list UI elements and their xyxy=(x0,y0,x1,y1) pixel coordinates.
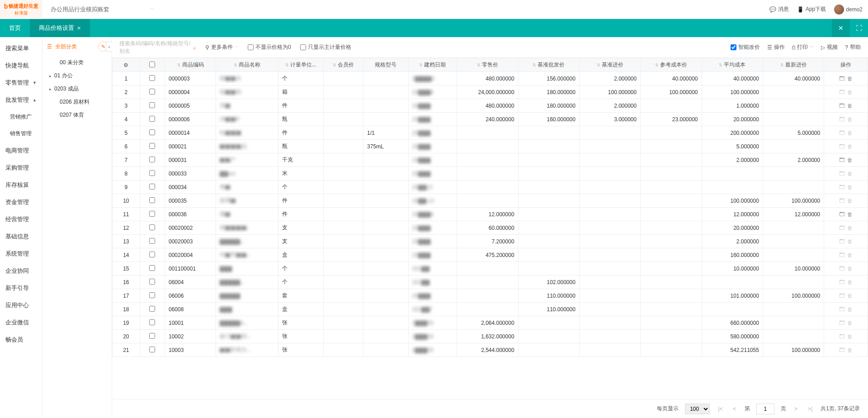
cell-ref-cost[interactable] xyxy=(641,194,702,208)
first-page-button[interactable]: |< xyxy=(716,405,725,412)
column-ws-base[interactable]: ⇅基准批发价 xyxy=(518,58,579,72)
close-icon[interactable]: ✕ xyxy=(77,25,81,31)
tab-home[interactable]: 首页 xyxy=(0,19,30,37)
nav-wholesale[interactable]: 批发管理▲ xyxy=(0,91,42,109)
nav-operate[interactable]: 经营管理 xyxy=(0,211,42,228)
cell-ref-cost[interactable] xyxy=(641,262,702,276)
cell-ws-base[interactable]: 156.000000 xyxy=(518,72,579,86)
tree-node-0206[interactable]: 0206 原材料 xyxy=(46,95,108,109)
column-date[interactable]: ⇅建档日期 xyxy=(408,58,457,72)
collapse-tree-button[interactable]: « xyxy=(106,42,112,52)
row-checkbox[interactable] xyxy=(140,276,165,289)
row-checkbox[interactable] xyxy=(140,235,165,248)
delete-row-icon[interactable]: 🗑 xyxy=(847,211,853,218)
cell-pur-base[interactable] xyxy=(579,330,640,343)
cell-ref-cost[interactable] xyxy=(641,167,702,180)
row-checkbox[interactable] xyxy=(140,153,165,167)
cell-retail[interactable]: 1,632.000000 xyxy=(457,330,518,343)
cell-ws-base[interactable] xyxy=(518,235,579,248)
cell-pur-base[interactable]: 2.000000 xyxy=(579,99,640,113)
cell-pur-base[interactable] xyxy=(579,208,640,221)
tab-close-all[interactable]: ✕ xyxy=(832,19,850,37)
cell-ws-base[interactable] xyxy=(518,167,579,180)
save-row-icon[interactable]: 🗔 xyxy=(839,252,844,258)
nav-wholesale-marketing[interactable]: 营销推广 xyxy=(0,109,42,125)
cell-ws-base[interactable] xyxy=(518,343,579,357)
column-member[interactable]: ⇅会员价 xyxy=(323,58,363,72)
save-row-icon[interactable]: 🗔 xyxy=(839,184,844,190)
column-pur-base[interactable]: ⇅基准进价 xyxy=(579,58,640,72)
cell-retail[interactable]: 2,064.000000 xyxy=(457,316,518,330)
nav-basic[interactable]: 基础信息 xyxy=(0,228,42,245)
help-button[interactable]: ?帮助 xyxy=(845,43,861,51)
page-input[interactable] xyxy=(756,404,774,414)
cell-ws-base[interactable] xyxy=(518,180,579,194)
nav-appcenter[interactable]: 应用中心 xyxy=(0,297,42,314)
cell-retail[interactable] xyxy=(457,276,518,289)
delete-row-icon[interactable]: 🗑 xyxy=(847,320,853,326)
search-input[interactable]: 搜索条码/编码/名称/规格型号/别名 ⌕ xyxy=(119,40,196,55)
cell-pur-base[interactable]: 2.000000 xyxy=(579,72,640,86)
user-menu[interactable]: demo2 xyxy=(834,5,863,14)
cell-ref-cost[interactable] xyxy=(641,140,702,153)
cell-retail[interactable]: 12.000000 xyxy=(457,208,518,221)
tree-root[interactable]: ☰ 全部分类 ✎ xyxy=(46,42,108,52)
row-checkbox[interactable] xyxy=(140,167,165,180)
messages-button[interactable]: 💬消息 xyxy=(769,5,789,13)
cell-ref-cost[interactable]: 23.000000 xyxy=(641,113,702,126)
save-row-icon[interactable]: 🗔 xyxy=(839,198,844,204)
cell-ref-cost[interactable] xyxy=(641,276,702,289)
tree-node-00[interactable]: 00 未分类 xyxy=(46,56,108,69)
cell-pur-base[interactable] xyxy=(579,167,640,180)
per-page-select[interactable]: 100 xyxy=(685,404,710,414)
cell-ws-base[interactable] xyxy=(518,153,579,167)
cell-pur-base[interactable] xyxy=(579,194,640,208)
nav-search[interactable]: 搜索菜单 xyxy=(0,40,42,57)
delete-row-icon[interactable]: 🗑 xyxy=(847,130,853,136)
save-row-icon[interactable]: 🗔 xyxy=(839,143,844,150)
cell-ref-cost[interactable] xyxy=(641,330,702,343)
delete-row-icon[interactable]: 🗑 xyxy=(847,116,853,123)
row-checkbox[interactable] xyxy=(140,316,165,330)
nav-wholesale-sales[interactable]: 销售管理 xyxy=(0,125,42,142)
prev-page-button[interactable]: < xyxy=(731,405,738,412)
save-row-icon[interactable]: 🗔 xyxy=(839,157,844,163)
nav-coop[interactable]: 企业协同 xyxy=(0,262,42,280)
column-avg-cost[interactable]: ⇅平均成本 xyxy=(702,58,763,72)
save-row-icon[interactable]: 🗔 xyxy=(839,293,844,299)
cell-ws-base[interactable] xyxy=(518,262,579,276)
cell-retail[interactable] xyxy=(457,194,518,208)
column-name[interactable]: ⇅商品名称 xyxy=(216,58,278,72)
cell-ws-base[interactable] xyxy=(518,330,579,343)
next-page-button[interactable]: > xyxy=(793,405,800,412)
delete-row-icon[interactable]: 🗑 xyxy=(847,89,853,95)
nav-quick[interactable]: 快捷导航 xyxy=(0,57,42,74)
delete-row-icon[interactable]: 🗑 xyxy=(847,347,853,353)
cell-ref-cost[interactable]: 40.000000 xyxy=(641,72,702,86)
cell-retail[interactable] xyxy=(457,289,518,303)
tree-node-01[interactable]: ▸01 办公 xyxy=(46,69,108,82)
delete-row-icon[interactable]: 🗑 xyxy=(847,103,853,109)
cell-ws-base[interactable]: 180.000000 xyxy=(518,86,579,99)
nav-wecom[interactable]: 企业微信 xyxy=(0,314,42,331)
cell-ref-cost[interactable] xyxy=(641,343,702,357)
delete-row-icon[interactable]: 🗑 xyxy=(847,76,853,82)
delete-row-icon[interactable]: 🗑 xyxy=(847,252,853,258)
row-checkbox[interactable] xyxy=(140,140,165,153)
operations-button[interactable]: ☰操作 xyxy=(767,43,785,51)
last-page-button[interactable]: >| xyxy=(806,405,814,412)
delete-row-icon[interactable]: 🗑 xyxy=(847,306,853,313)
cell-pur-base[interactable] xyxy=(579,343,640,357)
row-checkbox[interactable] xyxy=(140,208,165,221)
delete-row-icon[interactable]: 🗑 xyxy=(847,266,853,272)
cell-ws-base[interactable] xyxy=(518,208,579,221)
cell-ws-base[interactable]: 110.000000 xyxy=(518,303,579,316)
print-button[interactable]: ⎙打印﹀ xyxy=(792,43,814,51)
cell-ws-base[interactable]: 160.000000 xyxy=(518,113,579,126)
cell-pur-base[interactable] xyxy=(579,276,640,289)
cell-pur-base[interactable] xyxy=(579,262,640,276)
nav-guide[interactable]: 新手引导 xyxy=(0,280,42,297)
delete-row-icon[interactable]: 🗑 xyxy=(847,293,853,299)
save-row-icon[interactable]: 🗔 xyxy=(839,347,844,353)
save-row-icon[interactable]: 🗔 xyxy=(839,171,844,177)
